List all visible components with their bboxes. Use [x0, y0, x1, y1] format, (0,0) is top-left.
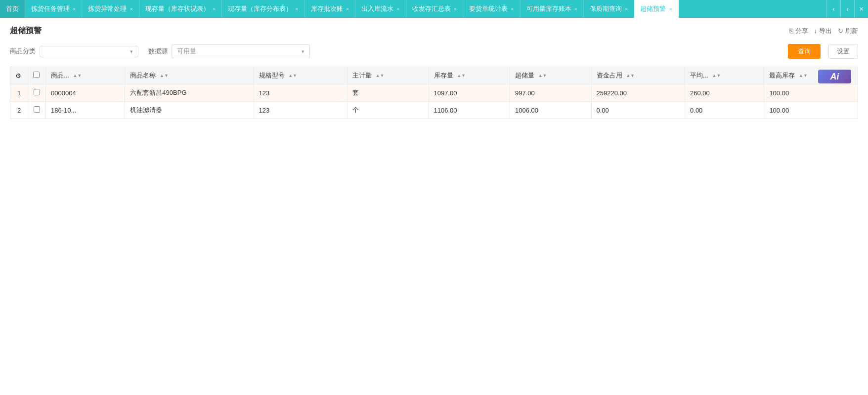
table-row: 1 0000004 六配套新昌490BPG 123 套 1097.00 997.…: [10, 84, 858, 102]
row-checkbox-cell[interactable]: [28, 102, 46, 119]
col-capital-usage-label: 资金占用: [597, 72, 622, 79]
settings-button[interactable]: 设置: [828, 44, 858, 59]
share-icon: ⎘: [789, 27, 793, 35]
close-tab-inout-flow[interactable]: ×: [396, 6, 399, 12]
col-overstock-qty[interactable]: 超储量 ▲▼: [510, 67, 592, 84]
chevron-down-icon: ▾: [130, 48, 133, 55]
nav-item-batch[interactable]: 库存批次账 ×: [305, 0, 355, 18]
row-product-name: 六配套新昌490BPG: [125, 84, 254, 102]
header-actions: ⎘ 分享 ↓ 导出 ↻ 刷新: [789, 27, 859, 36]
nav-item-shelf-life[interactable]: 保质期查询 ×: [584, 0, 634, 18]
row-product-code: 186-10...: [46, 102, 125, 119]
nav-item-task-mgmt[interactable]: 拣货任务管理 ×: [25, 0, 82, 18]
datasource-select[interactable]: 可用量 ▾: [172, 44, 310, 58]
nav-arrows: ‹ › ×: [826, 0, 868, 18]
col-product-code[interactable]: 商品... ▲▼: [46, 67, 125, 84]
col-spec-label: 规格型号: [259, 72, 285, 79]
col-settings: ⚙: [10, 67, 28, 84]
ai-badge[interactable]: Ai: [818, 70, 851, 83]
col-avg-label: 平均...: [690, 72, 708, 79]
datasource-value: 可用量: [177, 47, 196, 56]
data-table: ⚙ 商品... ▲▼ 商品名称 ▲▼ 规格型号 ▲▼ 主计: [10, 67, 858, 119]
filter-row: 商品分类 ▾ 数据源 可用量 ▾ 查询 设置: [10, 44, 858, 59]
page-title: 超储预警: [10, 26, 42, 36]
close-tab-stock-dist[interactable]: ×: [295, 6, 298, 12]
refresh-button[interactable]: ↻ 刷新: [838, 27, 858, 36]
datasource-label: 数据源: [148, 47, 168, 56]
row-stock-qty: 1097.00: [429, 84, 510, 102]
category-filter: 商品分类 ▾: [10, 46, 138, 57]
nav-item-overstock[interactable]: 超储预警 ×: [634, 0, 678, 18]
nav-item-avail-stock[interactable]: 可用量库存账本 ×: [521, 0, 584, 18]
row-product-name: 机油滤清器: [125, 102, 254, 119]
row-max-stock: 100.00: [764, 84, 858, 102]
nav-item-home[interactable]: 首页: [0, 0, 25, 18]
col-spec[interactable]: 规格型号 ▲▼: [254, 67, 347, 84]
row-num: 1: [10, 84, 28, 102]
row-num: 2: [10, 102, 28, 119]
row-max-stock: 100.00: [764, 102, 858, 119]
col-overstock-qty-label: 超储量: [515, 72, 534, 79]
nav-item-order-stats[interactable]: 要货单统计表 ×: [463, 0, 520, 18]
row-overstock-qty: 997.00: [510, 84, 592, 102]
close-tab-task[interactable]: ×: [73, 6, 76, 12]
category-select[interactable]: ▾: [40, 46, 138, 57]
nav-item-recv-send[interactable]: 收发存汇总表 ×: [406, 0, 463, 18]
col-stock-qty[interactable]: 库存量 ▲▼: [429, 67, 510, 84]
row-unit: 个: [347, 102, 429, 119]
category-label: 商品分类: [10, 47, 36, 56]
share-button[interactable]: ⎘ 分享: [789, 27, 808, 36]
row-capital-usage: 0.00: [591, 102, 685, 119]
page-header: 超储预警 ⎘ 分享 ↓ 导出 ↻ 刷新: [10, 26, 858, 36]
nav-item-stock-dist[interactable]: 现存量（库存分布表） ×: [222, 0, 304, 18]
table-row: 2 186-10... 机油滤清器 123 个 1106.00 1006.00 …: [10, 102, 858, 119]
row-stock-qty: 1106.00: [429, 102, 510, 119]
nav-next-button[interactable]: ›: [840, 0, 854, 18]
col-product-name-label: 商品名称: [130, 72, 156, 79]
nav-item-inout-flow[interactable]: 出入库流水 ×: [355, 0, 406, 18]
row-avg: 0.00: [685, 102, 764, 119]
row-spec: 123: [254, 84, 347, 102]
close-tab-recv-send[interactable]: ×: [454, 6, 457, 12]
datasource-filter: 数据源 可用量 ▾: [148, 44, 310, 58]
col-unit[interactable]: 主计量 ▲▼: [347, 67, 429, 84]
export-button[interactable]: ↓ 导出: [814, 27, 832, 36]
nav-more-button[interactable]: ×: [854, 0, 868, 18]
select-all-checkbox[interactable]: [33, 72, 40, 78]
settings-icon[interactable]: ⚙: [15, 72, 21, 79]
row-avg: 260.00: [685, 84, 764, 102]
row-product-code: 0000004: [46, 84, 125, 102]
close-tab-batch[interactable]: ×: [346, 6, 349, 12]
row-checkbox-cell[interactable]: [28, 84, 46, 102]
chevron-down-icon-2: ▾: [302, 48, 304, 55]
main-content: 超储预警 ⎘ 分享 ↓ 导出 ↻ 刷新 商品分类 ▾ 数据源: [0, 18, 868, 395]
col-product-code-label: 商品...: [51, 72, 69, 79]
col-avg[interactable]: 平均... ▲▼: [685, 67, 764, 84]
row-unit: 套: [347, 84, 429, 102]
nav-item-stock-status[interactable]: 现存量（库存状况表） ×: [139, 0, 222, 18]
close-tab-overstock[interactable]: ×: [669, 6, 672, 12]
close-tab-abnormal[interactable]: ×: [130, 6, 132, 12]
col-max-stock-label: 最高库存: [769, 72, 795, 79]
col-product-name[interactable]: 商品名称 ▲▼: [125, 67, 254, 84]
refresh-icon: ↻: [838, 27, 843, 35]
nav-item-abnormal[interactable]: 拣货异常处理 ×: [82, 0, 139, 18]
col-checkbox-all[interactable]: [28, 67, 46, 84]
col-stock-qty-label: 库存量: [434, 72, 453, 79]
query-button[interactable]: 查询: [788, 44, 821, 59]
close-tab-stock-status[interactable]: ×: [213, 6, 216, 12]
row-spec: 123: [254, 102, 347, 119]
top-navigation: 首页 拣货任务管理 × 拣货异常处理 × 现存量（库存状况表） × 现存量（库存…: [0, 0, 868, 18]
close-tab-shelf-life[interactable]: ×: [625, 6, 628, 12]
export-icon: ↓: [814, 27, 818, 35]
row-capital-usage: 259220.00: [591, 84, 685, 102]
close-tab-avail-stock[interactable]: ×: [574, 6, 577, 12]
row-checkbox-0[interactable]: [34, 89, 40, 95]
row-overstock-qty: 1006.00: [510, 102, 592, 119]
row-checkbox-1[interactable]: [34, 106, 40, 113]
col-capital-usage[interactable]: 资金占用 ▲▼: [591, 67, 685, 84]
table-header-row: ⚙ 商品... ▲▼ 商品名称 ▲▼ 规格型号 ▲▼ 主计: [10, 67, 858, 84]
close-tab-order-stats[interactable]: ×: [511, 6, 514, 12]
nav-prev-button[interactable]: ‹: [826, 0, 840, 18]
col-unit-label: 主计量: [352, 72, 372, 79]
